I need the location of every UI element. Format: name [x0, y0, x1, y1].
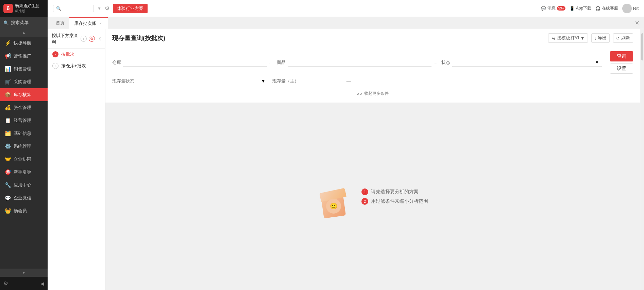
sidebar-item-label: 企业协同 — [14, 156, 31, 162]
tab-panel-close-btn[interactable]: ✕ — [633, 18, 641, 28]
settings-button[interactable]: 设置 — [610, 64, 633, 74]
warehouse-input[interactable] — [123, 58, 267, 67]
tab-home-label: 首页 — [56, 20, 65, 26]
sidebar-item-quick-nav[interactable]: ⚡ 快捷导航 — [0, 37, 48, 50]
tab-close-icon[interactable]: × — [98, 21, 103, 26]
scrollbar-thumb — [641, 33, 643, 60]
online-service-label: 在线客服 — [602, 5, 618, 11]
collapse-chevron-icon: ∧∧ — [357, 91, 363, 96]
collapse-more-conditions-btn[interactable]: ∧∧ 收起更多条件 — [112, 89, 633, 98]
filter-row-1: 仓库 ··· 商品 ··· 状态 ▼ — [112, 51, 633, 74]
sidebar-item-label: 快捷导航 — [14, 40, 31, 46]
warehouse-label: 仓库 — [112, 59, 121, 66]
warehouse-field: 仓库 ··· — [112, 58, 273, 67]
user-profile-btn[interactable]: Rit — [622, 4, 639, 13]
step-1-text: 请先选择要分析的方案 — [371, 189, 419, 195]
warehouse-more-icon[interactable]: ··· — [269, 60, 273, 65]
page-title: 现存量查询(按批次) — [112, 34, 165, 42]
topbar-actions: 💬 消息 99+ 📱 App下载 🎧 在线客服 Rit — [541, 4, 639, 13]
sidebar-item-enterprise[interactable]: 🤝 企业协同 — [0, 153, 48, 166]
status-select[interactable]: ▼ — [452, 58, 602, 67]
stock-status-dropdown-icon: ▼ — [261, 78, 266, 84]
vip-icon: 👑 — [5, 208, 11, 214]
status-label: 状态 — [441, 59, 450, 66]
sidebar-item-operations[interactable]: 📋 经营管理 — [0, 114, 48, 127]
sidebar-item-label: 应用中心 — [14, 182, 31, 188]
main-area: 🔍 ▼ ⚙ 体验行业方案 💬 消息 99+ 📱 App下载 🎧 在线客服 Rit — [48, 0, 644, 290]
phone-icon: 📱 — [570, 6, 575, 11]
stock-status-label: 现存量状态 — [112, 78, 134, 84]
tab-inventory-batch[interactable]: 库存批次账 × — [69, 17, 108, 29]
plan-item-by-batch[interactable]: ✓ 按批次 — [48, 49, 105, 60]
dropdown-arrow-icon[interactable]: ▼ — [97, 6, 101, 11]
scroll-down-btn[interactable]: ▼ — [0, 269, 48, 277]
tab-active-label: 库存批次账 — [74, 20, 96, 26]
sidebar-item-label: 营销推广 — [14, 53, 31, 59]
plan-by-warehouse-batch-label: 按仓库+批次 — [61, 63, 86, 69]
sidebar-item-basics[interactable]: 🗂️ 基础信息 — [0, 127, 48, 140]
sidebar-item-apps[interactable]: 🔧 应用中心 — [0, 179, 48, 192]
search-menu[interactable]: 🔍 搜索菜单 — [0, 17, 48, 29]
sidebar-item-system[interactable]: ⚙️ 系统管理 — [0, 140, 48, 153]
empty-steps: 1 请先选择要分析的方案 2 用过滤条件来缩小分析范围 — [361, 188, 428, 205]
sidebar-footer: ⚙ ◀ — [0, 277, 48, 290]
export-btn[interactable]: ↓ 导出 — [591, 33, 610, 43]
sidebar-item-purchase[interactable]: 🛒 采购管理 — [0, 75, 48, 88]
plan-by-batch-label: 按批次 — [61, 51, 74, 57]
plan-item-by-warehouse-batch[interactable]: ○ 按仓库+批次 — [48, 60, 105, 72]
sidebar-item-label: 新手引导 — [14, 169, 31, 175]
inventory-icon: 📦 — [5, 92, 11, 98]
page-header: 现存量查询(按批次) 🖨 按模板打印 ▼ ↓ 导出 ↺ 刷新 — [105, 29, 640, 47]
app-download-label: App下载 — [576, 5, 591, 11]
search-icon: 🔍 — [3, 20, 9, 25]
stock-qty-min-input[interactable] — [301, 77, 342, 85]
industry-plan-button[interactable]: 体验行业方案 — [113, 4, 148, 13]
sidebar-item-vip[interactable]: 👑 畅会员 — [0, 204, 48, 217]
avatar — [622, 4, 632, 13]
print-icon: 🖨 — [551, 36, 556, 41]
sales-icon: 📊 — [5, 66, 11, 72]
user-name: Rit — [633, 6, 639, 11]
export-label: 导出 — [598, 35, 607, 41]
scroll-up-btn[interactable]: ▲ — [0, 29, 48, 37]
finance-icon: 💰 — [5, 105, 11, 111]
system-icon: ⚙️ — [5, 143, 11, 149]
topbar-search-input[interactable] — [63, 6, 90, 11]
basics-icon: 🗂️ — [5, 130, 11, 137]
print-template-btn[interactable]: 🖨 按模板打印 ▼ — [548, 33, 588, 43]
settings-gear-icon[interactable]: ⚙ — [105, 5, 109, 12]
chevron-up-icon: ▲ — [22, 30, 26, 35]
left-panel-header: 按以下方案查询 + ⚙ 《 — [48, 29, 105, 49]
add-plan-icon[interactable]: + — [81, 36, 87, 42]
sidebar-item-inventory[interactable]: 📦 库存核算 — [0, 88, 48, 101]
right-scrollbar[interactable] — [640, 29, 644, 290]
status-dropdown-icon: ▼ — [595, 60, 599, 65]
sidebar-item-newbie[interactable]: 🎯 新手引导 — [0, 166, 48, 179]
collapse-sidebar-icon[interactable]: ◀ — [40, 281, 44, 286]
stock-qty-max-input[interactable] — [356, 77, 396, 85]
settings-icon[interactable]: ⚙ — [3, 280, 8, 287]
product-more-icon[interactable]: ··· — [434, 60, 437, 65]
sidebar-item-sales[interactable]: 📊 销售管理 — [0, 62, 48, 75]
sidebar-item-marketing[interactable]: 📢 营销推广 — [0, 50, 48, 62]
messages-btn[interactable]: 💬 消息 99+ — [541, 5, 565, 11]
app-download-btn[interactable]: 📱 App下载 — [570, 5, 591, 11]
sidebar: 6 畅康通好生意 标准版 🔍 搜索菜单 ▲ ⚡ 快捷导航 📢 营销推广 📊 销售… — [0, 0, 48, 290]
collapse-left-panel-icon[interactable]: 《 — [97, 36, 101, 42]
stock-status-field: 现存量状态 ▼ — [112, 77, 268, 85]
query-button[interactable]: 查询 — [610, 51, 633, 61]
empty-illustration: 😐 — [317, 180, 351, 214]
empty-state: 😐 1 请先选择要分析的方案 2 用过滤条件来缩小分析范围 — [105, 103, 640, 290]
settings-plan-icon[interactable]: ⚙ — [89, 36, 95, 42]
step-2-text: 用过滤条件来缩小分析范围 — [371, 198, 428, 204]
right-panel: 现存量查询(按批次) 🖨 按模板打印 ▼ ↓ 导出 ↺ 刷新 — [105, 29, 640, 290]
sidebar-item-finance[interactable]: 💰 资金管理 — [0, 101, 48, 114]
sidebar-item-wechat[interactable]: 💬 企业微信 — [0, 192, 48, 204]
search-label: 搜索菜单 — [11, 20, 29, 26]
stock-status-select[interactable]: ▼ — [136, 77, 268, 85]
topbar-search-box[interactable]: 🔍 — [53, 5, 94, 12]
refresh-btn[interactable]: ↺ 刷新 — [613, 33, 633, 43]
tab-home[interactable]: 首页 — [51, 17, 69, 29]
product-input[interactable] — [288, 58, 431, 67]
online-service-btn[interactable]: 🎧 在线客服 — [595, 5, 618, 11]
